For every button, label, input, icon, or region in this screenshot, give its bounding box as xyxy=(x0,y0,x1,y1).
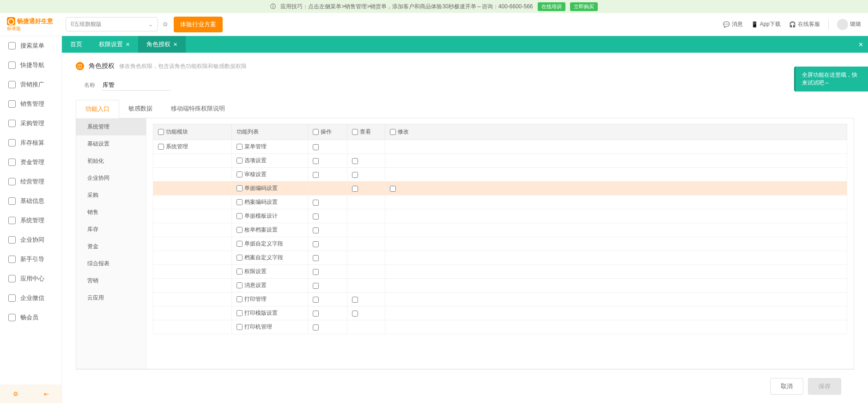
settings-icon[interactable]: ⚙ xyxy=(13,391,18,397)
table-row: 单据编码设置 xyxy=(153,182,847,195)
checkbox[interactable] xyxy=(237,227,243,233)
module-list: 系统管理基础设置初始化企业协同采购销售库存资金综合报表营销云应用 xyxy=(76,118,146,369)
sidebar-item-5[interactable]: 库存核算 xyxy=(0,133,61,153)
checkbox[interactable] xyxy=(237,171,243,177)
module-item-1[interactable]: 基础设置 xyxy=(76,135,146,153)
avatar xyxy=(837,19,848,30)
checkbox[interactable] xyxy=(313,269,319,275)
module-item-8[interactable]: 综合报表 xyxy=(76,255,146,272)
name-input[interactable] xyxy=(102,79,171,91)
support-link[interactable]: 🎧在线客服 xyxy=(789,20,820,28)
checkbox[interactable] xyxy=(237,199,243,205)
training-button[interactable]: 在线培训 xyxy=(538,2,565,11)
checkbox-view-all[interactable] xyxy=(352,129,358,135)
module-item-10[interactable]: 云应用 xyxy=(76,289,146,306)
checkbox[interactable] xyxy=(313,255,319,261)
module-item-4[interactable]: 采购 xyxy=(76,187,146,204)
checkbox-op-all[interactable] xyxy=(313,129,319,135)
sidebar-item-6[interactable]: 资金管理 xyxy=(0,153,61,172)
module-item-6[interactable]: 库存 xyxy=(76,221,146,238)
banner-text: 应用技巧：点击左侧菜单>销售管理>销货单，添加客户和商品体验30秒极速开单～咨询… xyxy=(280,3,533,11)
collapse-icon[interactable]: ⇤ xyxy=(44,391,49,397)
checkbox[interactable] xyxy=(313,227,319,233)
buy-button[interactable]: 立即购买 xyxy=(570,2,598,11)
checkbox[interactable] xyxy=(390,186,396,192)
messages-link[interactable]: 💬消息 xyxy=(723,20,743,28)
sidebar-item-13[interactable]: 企业微信 xyxy=(0,288,61,308)
sidebar-item-10[interactable]: 企业协同 xyxy=(0,230,61,250)
save-button[interactable]: 保存 xyxy=(808,378,841,395)
sidebar-item-7[interactable]: 经营管理 xyxy=(0,172,61,191)
checkbox[interactable] xyxy=(313,283,319,289)
inner-tab-sensitive[interactable]: 敏感数据 xyxy=(119,100,162,118)
checkbox[interactable] xyxy=(313,297,319,303)
checkbox[interactable] xyxy=(352,186,358,192)
sidebar-item-4[interactable]: 采购管理 xyxy=(0,114,61,133)
module-item-3[interactable]: 企业协同 xyxy=(76,170,146,187)
module-item-7[interactable]: 资金 xyxy=(76,238,146,255)
close-icon[interactable]: ✕ xyxy=(126,42,130,48)
checkbox[interactable] xyxy=(313,241,319,247)
tab-role-auth[interactable]: 角色授权✕ xyxy=(138,36,186,53)
gear-icon[interactable]: ⚙ xyxy=(163,21,168,28)
user-menu[interactable]: 璐璐 xyxy=(837,19,861,30)
checkbox[interactable] xyxy=(237,241,243,247)
module-item-2[interactable]: 初始化 xyxy=(76,153,146,170)
sidebar-item-14[interactable]: 畅会员 xyxy=(0,308,61,327)
table-row: 档案自定义字段 xyxy=(153,251,847,265)
checkbox-edit-all[interactable] xyxy=(390,129,396,135)
sidebar-item-12[interactable]: 应用中心 xyxy=(0,269,61,288)
checkbox[interactable] xyxy=(237,213,243,219)
cancel-button[interactable]: 取消 xyxy=(770,378,803,395)
checkbox[interactable] xyxy=(237,158,243,164)
tab-home[interactable]: 首页 xyxy=(62,36,91,53)
module-item-0[interactable]: 系统管理 xyxy=(76,118,146,135)
checkbox[interactable] xyxy=(237,185,243,191)
checkbox[interactable] xyxy=(313,214,319,220)
experience-button[interactable]: 体验行业方案 xyxy=(174,17,223,32)
checkbox[interactable] xyxy=(237,255,243,261)
sidebar-item-11[interactable]: 新手引导 xyxy=(0,250,61,269)
checkbox[interactable] xyxy=(313,158,319,164)
inner-tab-mobile[interactable]: 移动端特殊权限说明 xyxy=(162,100,234,118)
org-dropdown[interactable]: 0五组旗舰版 ⌄ xyxy=(66,17,158,31)
checkbox[interactable] xyxy=(313,324,319,330)
module-item-5[interactable]: 销售 xyxy=(76,204,146,221)
inner-tab-function[interactable]: 功能入口 xyxy=(76,100,119,118)
sidebar-item-9[interactable]: 系统管理 xyxy=(0,211,61,230)
checkbox[interactable] xyxy=(237,310,243,316)
tab-permission[interactable]: 权限设置✕ xyxy=(91,36,138,53)
download-icon: 📱 xyxy=(751,21,758,28)
checkbox[interactable] xyxy=(237,269,243,275)
checkbox[interactable] xyxy=(313,144,319,150)
sidebar-item-2[interactable]: 营销推广 xyxy=(0,75,61,94)
checkbox[interactable] xyxy=(237,282,243,288)
logo-area[interactable]: 畅捷通好生意 标准版 xyxy=(7,17,60,32)
checkbox[interactable] xyxy=(237,144,243,150)
checkbox[interactable] xyxy=(313,200,319,206)
sidebar-item-3[interactable]: 销售管理 xyxy=(0,94,61,114)
logo-text: 畅捷通好生意 xyxy=(17,17,53,25)
download-link[interactable]: 📱App下载 xyxy=(751,20,781,28)
sidebar-item-8[interactable]: 基础信息 xyxy=(0,191,61,211)
checkbox[interactable] xyxy=(313,172,319,178)
fullscreen-tip[interactable]: 全屏功能在这里哦，快来试试吧～ xyxy=(794,67,868,92)
menu-icon xyxy=(8,159,16,166)
sidebar-item-0[interactable]: 搜索菜单 xyxy=(0,36,61,55)
checkbox[interactable] xyxy=(352,172,358,178)
tabs-close-all[interactable]: ✕ xyxy=(854,41,868,48)
checkbox[interactable] xyxy=(237,296,243,302)
close-icon[interactable]: ✕ xyxy=(173,42,177,48)
menu-icon xyxy=(8,217,16,224)
menu-icon xyxy=(8,120,16,127)
checkbox[interactable] xyxy=(313,311,319,317)
module-item-9[interactable]: 营销 xyxy=(76,272,146,289)
checkbox[interactable] xyxy=(352,158,358,164)
checkbox[interactable] xyxy=(237,324,243,330)
checkbox[interactable] xyxy=(352,311,358,317)
sidebar-item-1[interactable]: 快捷导航 xyxy=(0,55,61,75)
table-row: 系统管理菜单管理 xyxy=(153,140,847,154)
checkbox[interactable] xyxy=(352,297,358,303)
checkbox[interactable] xyxy=(158,144,164,150)
checkbox-module-all[interactable] xyxy=(158,129,164,135)
